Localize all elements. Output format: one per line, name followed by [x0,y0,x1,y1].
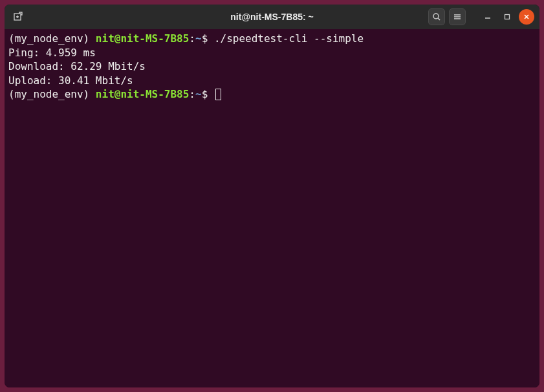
output-line: Download: 62.29 Mbit/s [8,60,536,74]
new-tab-icon [13,12,23,22]
command-text: ./speedtest-cli --simple [214,32,364,45]
titlebar: nit@nit-MS-7B85: ~ [5,5,539,29]
output-line: Ping: 4.959 ms [8,46,536,60]
env-prefix: (my_node_env) [8,88,96,100]
close-icon [523,14,530,20]
user-host: nit@nit-MS-7B85 [96,88,190,100]
env-prefix: (my_node_env) [8,32,96,45]
search-icon [432,12,441,21]
cursor [215,89,221,100]
search-button[interactable] [428,8,445,25]
close-button[interactable] [519,9,534,25]
svg-point-3 [433,14,439,19]
prompt-line: (my_node_env) nit@nit-MS-7B85:~$ ./speed… [8,32,536,46]
new-tab-button[interactable] [10,8,27,25]
svg-line-4 [438,18,440,20]
maximize-button[interactable] [499,9,515,25]
terminal-body[interactable]: (my_node_env) nit@nit-MS-7B85:~$ ./speed… [5,29,539,387]
maximize-icon [504,14,510,20]
menu-button[interactable] [449,8,466,25]
svg-rect-9 [505,15,510,19]
prompt-line: (my_node_env) nit@nit-MS-7B85:~$ [8,87,536,102]
output-line: Upload: 30.41 Mbit/s [8,74,536,88]
terminal-window: nit@nit-MS-7B85: ~ [5,5,539,387]
hamburger-icon [453,12,462,21]
minimize-icon [484,14,491,20]
window-title: nit@nit-MS-7B85: ~ [230,12,313,22]
titlebar-right [428,8,534,25]
user-host: nit@nit-MS-7B85 [96,32,190,45]
minimize-button[interactable] [480,9,495,25]
cwd-path: ~ [195,32,202,45]
cwd-path: ~ [195,88,202,100]
titlebar-left [10,8,27,25]
